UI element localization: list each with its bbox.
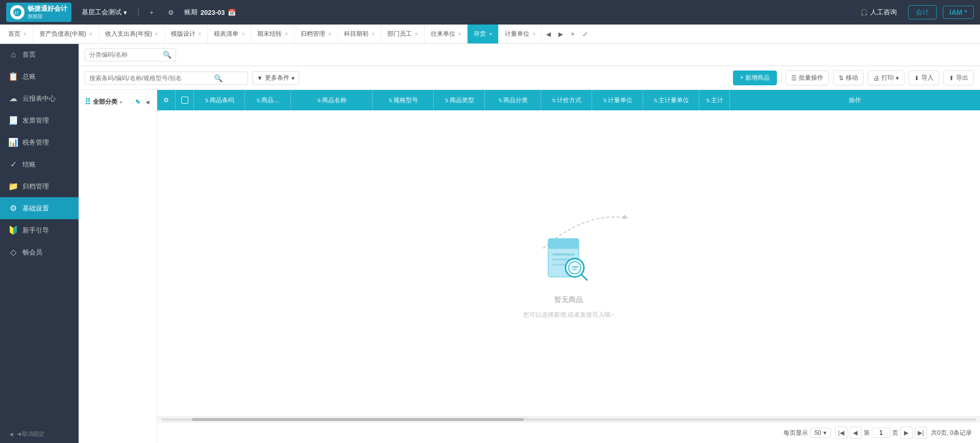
page-number-input[interactable] [872, 428, 890, 438]
col-num[interactable]: ⇅ 主计 [699, 90, 730, 110]
period-value: 2023-03 [201, 9, 225, 16]
add-tab-button[interactable]: + [145, 7, 158, 18]
classify-search-icon[interactable]: 🔍 [163, 51, 172, 59]
left-category-panel: ⠿ 全部分类 ● ✎ ◄ [79, 90, 157, 443]
col-barcode[interactable]: ⇅ 商品条码 [194, 90, 245, 110]
tab-next-button[interactable]: ▶ [554, 25, 567, 44]
header-checkbox[interactable] [181, 97, 188, 104]
tab-expand-button[interactable]: ⤢ [579, 25, 591, 44]
app-sub: 旗舰版 [28, 13, 67, 20]
consult-button[interactable]: 🎧 人工咨询 [855, 6, 902, 19]
home-icon: ⌂ [8, 50, 18, 59]
filter-icon: ▼ [257, 75, 263, 82]
col-price-method[interactable]: ⇅ 计价方式 [541, 90, 592, 110]
col-category[interactable]: ⇅ 商品分类 [485, 90, 541, 110]
tab-archive[interactable]: 归档管理 × [295, 25, 338, 44]
tab-prev-button[interactable]: ◀ [542, 25, 554, 44]
tab-balance[interactable]: 资产负债表(中期) × [33, 25, 99, 44]
col-code[interactable]: ⇅ 商品... [245, 90, 291, 110]
prev-page-button[interactable]: ◀ [849, 427, 862, 439]
tab-unit[interactable]: 计量单位 × [499, 25, 542, 44]
main-layout: ⌂ 首页 📋 总账 ☁ 云报表中心 🧾 发票管理 📊 税务管理 ✓ 结账 📁 归… [0, 44, 980, 443]
col-type[interactable]: ⇅ 商品类型 [434, 90, 485, 110]
move-button[interactable]: ⇅ 移动 [833, 71, 864, 85]
col-checkbox[interactable] [176, 90, 194, 110]
tab-tax[interactable]: 税表清单 × [208, 25, 251, 44]
import-button[interactable]: ⬇ 导入 [909, 71, 939, 85]
col-name[interactable]: ⇅ 商品名称 [291, 90, 373, 110]
tab-template[interactable]: 模版设计 × [165, 25, 208, 44]
classify-search-input[interactable] [89, 51, 161, 58]
page-size-dropdown[interactable]: 50 ▾ [810, 428, 831, 438]
period-label: 账期 [184, 8, 198, 17]
iam-badge[interactable]: iAM * [943, 6, 974, 19]
batch-icon: ☰ [791, 75, 797, 82]
account-button[interactable]: 会计 [908, 5, 937, 19]
sidebar-item-archive[interactable]: 📁 归档管理 [0, 175, 79, 197]
main-search-input[interactable] [89, 75, 212, 82]
more-conditions-button[interactable]: ▼ 更多条件 ▾ [252, 71, 299, 85]
tab-close-period-end[interactable]: × [285, 31, 288, 37]
tab-dept[interactable]: 部门员工 × [381, 25, 425, 44]
main-search-icon[interactable]: 🔍 [214, 74, 223, 82]
tab-close-balance[interactable]: × [89, 31, 92, 37]
tab-close-all-button[interactable]: × [567, 25, 579, 44]
unpin-icon: ◄ [8, 431, 14, 438]
tab-income[interactable]: 收入支出表(年报) × [99, 25, 165, 44]
tab-subject[interactable]: 科目期初 × [338, 25, 381, 44]
import-icon: ⬇ [914, 75, 919, 82]
first-page-button[interactable]: |◀ [835, 427, 847, 439]
batch-operation-button[interactable]: ☰ 批量操作 [786, 71, 829, 85]
sidebar-item-invoice[interactable]: 🧾 发票管理 [0, 109, 79, 131]
sidebar-item-tax[interactable]: 📊 税务管理 [0, 131, 79, 153]
sidebar-item-home[interactable]: ⌂ 首页 [0, 44, 79, 65]
calendar-icon[interactable]: 📅 [228, 9, 236, 16]
export-button[interactable]: ⬆ 导出 [943, 71, 974, 85]
tab-home[interactable]: 首页 × [2, 25, 33, 44]
tab-close-home[interactable]: × [23, 31, 27, 37]
tab-close-subject[interactable]: × [372, 31, 375, 37]
top-header: 好 畅捷通好会计 旗舰版 基层工会测试 ▾ | + ⚙ 账期 2023-03 📅… [0, 0, 980, 25]
tab-inventory[interactable]: 存货 × [468, 25, 499, 44]
app-name: 畅捷通好会计 [28, 5, 67, 13]
horizontal-scrollbar[interactable] [157, 416, 980, 422]
col-unit[interactable]: ⇅ 计量单位 [592, 90, 643, 110]
tab-close-tax[interactable]: × [241, 31, 244, 37]
add-product-button[interactable]: + 新增商品 [733, 71, 777, 85]
col-spec[interactable]: ⇅ 规格型号 [373, 90, 434, 110]
col-settings[interactable]: ⚙ [157, 90, 176, 110]
col-main-unit[interactable]: ⇅ 主计量单位 [643, 90, 699, 110]
tab-close-customer[interactable]: × [458, 31, 461, 37]
tab-close-income[interactable]: × [155, 31, 158, 37]
sidebar-item-close[interactable]: ✓ 结账 [0, 153, 79, 175]
tab-close-dept[interactable]: × [415, 31, 418, 37]
sidebar-item-reports[interactable]: ☁ 云报表中心 [0, 87, 79, 109]
sidebar-item-guide[interactable]: 🔰 新手引导 [0, 219, 79, 241]
total-records: 共0页, 0条记录 [931, 429, 972, 437]
settings-icon: ⚙ [8, 203, 18, 213]
sidebar-unpin-button[interactable]: ◄ ◄取消固定 [0, 425, 79, 443]
settings-button[interactable]: ⚙ [164, 7, 178, 18]
sidebar-item-member[interactable]: ◇ 畅会员 [0, 241, 79, 263]
tab-period-end[interactable]: 期末结转 × [251, 25, 295, 44]
scrollbar-thumb[interactable] [192, 418, 524, 421]
tab-close-archive[interactable]: × [328, 31, 331, 37]
collapse-panel-icon[interactable]: ◄ [144, 99, 151, 106]
empty-subtitle: 您可以选择新增,或者直接导入哦~ [523, 311, 614, 319]
tab-customer[interactable]: 往来单位 × [425, 25, 468, 44]
sidebar-item-ledger[interactable]: 📋 总账 [0, 65, 79, 87]
tab-close-template[interactable]: × [199, 31, 202, 37]
sidebar-item-settings[interactable]: ⚙ 基础设置 [0, 197, 79, 219]
company-selector[interactable]: 基层工会测试 ▾ [78, 6, 131, 19]
edit-category-icon[interactable]: ✎ [135, 99, 140, 106]
next-page-button[interactable]: ▶ [900, 427, 913, 439]
export-icon: ⬆ [949, 75, 954, 82]
top-toolbar: 🔍 [79, 44, 980, 66]
svg-rect-4 [548, 239, 579, 249]
guide-icon: 🔰 [8, 225, 18, 235]
tab-close-inventory[interactable]: × [489, 31, 492, 37]
last-page-button[interactable]: ▶| [915, 427, 927, 439]
tab-close-unit[interactable]: × [532, 31, 535, 37]
print-button[interactable]: 🖨 打印 ▾ [868, 71, 904, 85]
invoice-icon: 🧾 [8, 115, 18, 125]
